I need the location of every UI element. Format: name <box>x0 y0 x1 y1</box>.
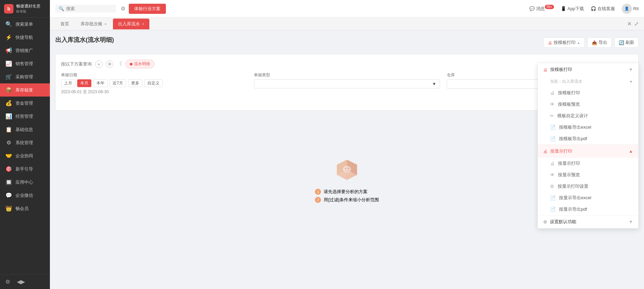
sidebar-item-finance[interactable]: 💰 资金管理 <box>0 97 50 110</box>
dropdown-item-display-pdf[interactable]: 📄 按显示导出pdf <box>538 204 638 215</box>
sidebar-item-weixin[interactable]: 💬 企业微信 <box>0 189 50 202</box>
sidebar-item-label: 应用中心 <box>16 179 33 185</box>
sidebar-item-system[interactable]: ⚙ 系统管理 <box>0 136 50 149</box>
notification-item[interactable]: 💬 消息 99+ <box>529 6 554 12</box>
app-download-label: App下载 <box>567 6 584 12</box>
close-window-icon[interactable]: ✕ <box>627 21 632 27</box>
refresh-icon: 🔄 <box>619 40 624 45</box>
expand-window-icon[interactable]: ⤢ <box>634 21 639 27</box>
date-btn-this-year[interactable]: 本年 <box>93 79 108 87</box>
dropdown-template-header[interactable]: 🖨 按模板打印 ▼ <box>538 63 638 76</box>
sidebar-item-basic[interactable]: 📋 基础信息 <box>0 123 50 136</box>
trial-btn[interactable]: 体验行业方案 <box>129 4 166 14</box>
sidebar-item-label: 企业微信 <box>16 192 33 199</box>
dropdown-display-header[interactable]: 🖨 按显示打印 ▲ <box>538 145 638 158</box>
notification-badge: 99+ <box>545 5 554 9</box>
dropdown-default-header[interactable]: ⚙ 设置默认功能 ▼ <box>538 215 638 228</box>
sidebar-item-operation[interactable]: 📊 经营管理 <box>0 110 50 123</box>
template-pdf-icon: 📄 <box>550 136 556 141</box>
tab-stock-flow-close[interactable]: × <box>142 22 144 26</box>
dropdown-template-header-label: 🖨 按模板打印 <box>543 67 572 73</box>
date-btn-more[interactable]: 更多 <box>128 79 142 87</box>
sidebar-item-label: 搜索菜单 <box>16 21 33 27</box>
topbar-gear-icon[interactable]: ⚙ <box>121 5 125 12</box>
tabs-bar: 首页 库存批次账 × 出入库流水 × ✕ ⤢ <box>50 18 644 30</box>
active-filter-tag[interactable]: 流水明细 <box>125 60 154 68</box>
search-input[interactable] <box>66 6 113 11</box>
print-dropdown-panel: 🖨 按模板打印 ▼ 当前：出入库流水 ▼ 🖨 按模板打印 👁 按模板预览 <box>537 63 639 229</box>
app-version: 标准版 <box>16 9 40 14</box>
dropdown-current-template[interactable]: 当前：出入库流水 ▼ <box>538 76 638 87</box>
tab-batch-ledger[interactable]: 库存批次账 × <box>76 19 112 29</box>
sidebar-item-guide[interactable]: 🎯 新手引导 <box>0 162 50 176</box>
date-btn-custom[interactable]: 自定义 <box>144 79 163 87</box>
filter-field-voucher-type: 单据类型 ▼ <box>254 72 440 88</box>
customer-service-item[interactable]: 🎧 在线客服 <box>591 6 615 12</box>
dropdown-item-display-preview[interactable]: 👁 按显示预览 <box>538 169 638 181</box>
tab-home[interactable]: 首页 <box>55 19 74 29</box>
filter-add-btn[interactable]: + <box>95 60 103 68</box>
template-design-icon: ✏ <box>550 113 554 119</box>
sidebar-item-inventory[interactable]: 📦 库存核算 <box>0 83 50 97</box>
sidebar-item-label: 企业协同 <box>16 153 33 159</box>
dropdown-item-template-print[interactable]: 🖨 按模板打印 <box>538 87 638 99</box>
filter-settings-btn[interactable]: ⚙ <box>106 60 113 68</box>
date-field-label: 单据日期 <box>61 72 247 78</box>
sidebar-item-coop[interactable]: 🤝 企业协同 <box>0 149 50 162</box>
sidebar-item-member[interactable]: 👑 畅会员 <box>0 202 50 215</box>
date-btn-last-month[interactable]: 上月 <box>61 79 75 87</box>
filter-collapse-btn[interactable]: 《 <box>117 60 122 68</box>
tab-batch-ledger-close[interactable]: × <box>105 22 107 26</box>
dropdown-item-template-pdf[interactable]: 📄 按模板导出pdf <box>538 133 638 144</box>
dropdown-item-display-settings[interactable]: ⚙ 按显示打印设置 <box>538 181 638 192</box>
top-action-row: 🖨 按模板打印 ▲ 📤 导出 🔄 刷新 <box>544 37 639 48</box>
display-excel-icon: 📄 <box>550 195 556 201</box>
app-logo-icon: b <box>4 4 13 14</box>
svg-point-3 <box>343 166 351 173</box>
dropdown-display-header-label: 🖨 按显示打印 <box>543 148 572 154</box>
print-template-btn[interactable]: 🖨 按模板打印 ▲ <box>544 37 585 48</box>
topbar-search-box[interactable]: 🔍 <box>55 5 116 12</box>
display-section-label: 按显示打印 <box>550 148 572 154</box>
sidebar-item-purchase[interactable]: 🛒 采购管理 <box>0 70 50 83</box>
system-icon: ⚙ <box>5 139 12 146</box>
tab-stock-flow[interactable]: 出入库流水 × <box>113 19 149 29</box>
settings-icon[interactable]: ⚙ <box>5 279 10 285</box>
inventory-icon: 📦 <box>5 87 12 93</box>
dropdown-item-template-excel[interactable]: 📄 按模板导出excel <box>538 122 638 133</box>
notification-icon: 💬 <box>529 6 535 11</box>
dropdown-expand-icon-2: ▲ <box>629 149 633 154</box>
template-chevron-icon: ▼ <box>629 80 633 84</box>
filter-field-date: 单据日期 上月 本月 本年 近7天 更多 自定义 2023-06-01 至 20… <box>61 72 247 95</box>
dropdown-item-template-design[interactable]: ✏ 模板自定义设计 <box>538 110 638 122</box>
export-btn[interactable]: 📤 导出 <box>587 37 612 48</box>
dropdown-item-display-excel[interactable]: 📄 按显示导出excel <box>538 192 638 204</box>
display-settings-icon: ⚙ <box>550 184 554 189</box>
display-settings-label: 按显示打印设置 <box>558 183 588 189</box>
collapse-sidebar-icon[interactable]: ◀▶ <box>17 279 25 285</box>
default-section-label: 设置默认功能 <box>550 219 576 225</box>
sidebar-item-search[interactable]: 🔍 搜索菜单 <box>0 18 50 31</box>
main-area: 🔍 ⚙ 体验行业方案 💬 消息 99+ 📱 App下载 🎧 在线客服 👤 <box>50 0 644 289</box>
date-btn-this-month[interactable]: 本月 <box>77 79 91 87</box>
app-name: 畅捷通好生意 <box>16 3 40 9</box>
sidebar-item-appcenter[interactable]: 🔲 应用中心 <box>0 176 50 189</box>
dropdown-item-template-preview[interactable]: 👁 按模板预览 <box>538 99 638 110</box>
voucher-type-chevron: ▼ <box>432 81 436 86</box>
guide-icon: 🎯 <box>5 166 12 172</box>
template-design-label: 模板自定义设计 <box>557 113 588 119</box>
user-item[interactable]: 👤 Rit <box>622 4 639 14</box>
template-excel-label: 按模板导出excel <box>559 124 591 130</box>
sidebar-item-sales[interactable]: 📈 销售管理 <box>0 57 50 70</box>
date-btn-7days[interactable]: 近7天 <box>110 79 126 87</box>
svg-point-4 <box>345 168 346 169</box>
app-download-item[interactable]: 📱 App下载 <box>561 6 584 12</box>
refresh-btn[interactable]: 🔄 刷新 <box>614 37 639 48</box>
voucher-type-select[interactable]: ▼ <box>254 79 440 88</box>
dropdown-item-display-print[interactable]: 🖨 按显示打印 <box>538 158 638 169</box>
tip-num-1: 1 <box>315 189 321 195</box>
display-preview-icon: 👁 <box>550 172 555 178</box>
sidebar-item-marketing[interactable]: 📢 营销推广 <box>0 44 50 57</box>
sidebar-item-quicknav[interactable]: ⚡ 快捷导航 <box>0 31 50 44</box>
template-preview-label: 按模板预览 <box>558 101 580 107</box>
